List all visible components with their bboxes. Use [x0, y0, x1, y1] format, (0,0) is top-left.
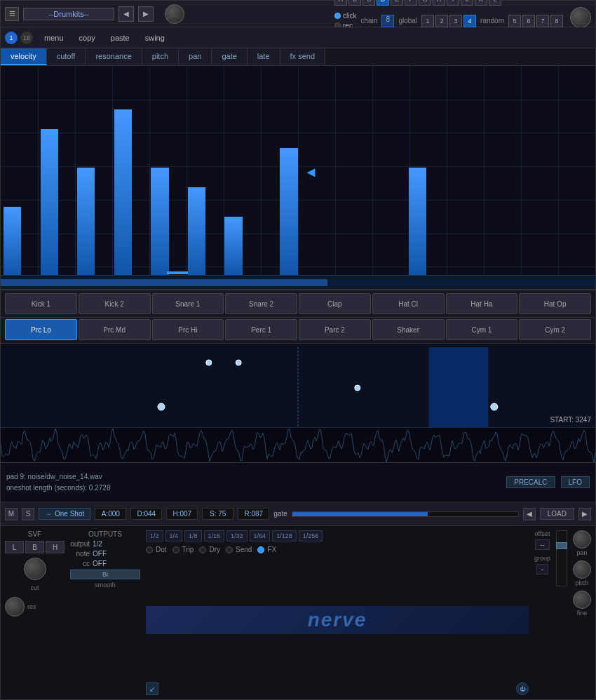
gate-slider[interactable] — [292, 511, 519, 517]
fold-button[interactable]: ↙ — [146, 682, 158, 695]
num-btn-2[interactable]: 2 — [435, 15, 448, 27]
num-btn-3[interactable]: 3 — [449, 15, 462, 27]
letter-btn-K[interactable]: K — [475, 0, 487, 6]
letter-btn-A[interactable]: A — [334, 0, 347, 6]
sustain-display[interactable]: S: 75 — [202, 508, 233, 520]
letter-btn-J[interactable]: J — [461, 0, 473, 6]
pad-hat-op[interactable]: Hat Op — [519, 293, 591, 314]
svf-low-btn[interactable]: L — [5, 541, 24, 553]
div-1-16[interactable]: 1/16 — [204, 530, 225, 541]
trip-radio[interactable] — [172, 546, 180, 553]
num-btn-4[interactable]: 4 — [463, 15, 476, 27]
pan-knob[interactable] — [573, 530, 591, 548]
precalc-button[interactable]: PRECALC — [506, 476, 555, 488]
main-knob[interactable] — [165, 4, 184, 24]
copy-button[interactable]: copy — [75, 32, 100, 43]
tab-cutoff[interactable]: cutoff — [47, 48, 86, 65]
drumkit-selector[interactable]: --Drumkits-- — [23, 8, 114, 20]
pad-snare2[interactable]: Snare 2 — [225, 293, 297, 314]
velocity-bar-10[interactable] — [188, 187, 205, 275]
velocity-bar-15[interactable] — [280, 148, 297, 275]
fine-knob[interactable] — [573, 591, 591, 609]
velocity-bar-12[interactable] — [224, 217, 242, 275]
click-radio[interactable] — [334, 13, 341, 19]
volume-knob[interactable] — [570, 7, 591, 28]
hamburger-icon[interactable]: ☰ — [5, 7, 19, 21]
velocity-bar-8[interactable] — [151, 168, 168, 275]
waveform-display[interactable]: START: 3247 — [1, 344, 595, 463]
pad-kick1[interactable]: Kick 1 — [5, 293, 77, 314]
pad-perc1[interactable]: Perc 1 — [225, 319, 297, 340]
letter-btn-F[interactable]: F — [405, 0, 417, 6]
mute-button[interactable]: M — [5, 508, 18, 520]
menu-button[interactable]: menu — [40, 32, 68, 43]
num-btn-1[interactable]: 1 — [421, 15, 434, 27]
tab-pitch[interactable]: pitch — [142, 48, 179, 65]
div-1-256[interactable]: 1/256 — [299, 530, 323, 541]
letter-btn-L[interactable]: L — [489, 0, 501, 6]
attack-display[interactable]: A:000 — [95, 508, 126, 520]
pad-parc2[interactable]: Parc 2 — [299, 319, 371, 340]
pad-hat-cl[interactable]: Hat Cl — [372, 293, 445, 314]
swing-button[interactable]: swing — [141, 32, 169, 43]
next-kit-button[interactable]: ▶ — [138, 6, 154, 22]
div-1-2[interactable]: 1/2 — [146, 530, 163, 541]
paste-button[interactable]: paste — [107, 32, 134, 43]
send-radio[interactable] — [226, 546, 233, 553]
pad-kick2[interactable]: Kick 2 — [79, 293, 151, 314]
num-btn-8[interactable]: 8 — [550, 15, 563, 27]
next-button[interactable]: ▶ — [578, 508, 591, 520]
tab-pan[interactable]: pan — [179, 48, 212, 65]
hold-display[interactable]: H:007 — [166, 508, 198, 520]
letter-btn-C[interactable]: C — [363, 0, 375, 6]
dot-radio[interactable] — [146, 546, 153, 553]
letter-btn-E[interactable]: E — [391, 0, 403, 6]
pad-hat-ha[interactable]: Hat Ha — [446, 293, 518, 314]
release-display[interactable]: R:087 — [238, 508, 269, 520]
load-button[interactable]: LOAD — [540, 508, 574, 520]
decay-display[interactable]: D:044 — [130, 508, 162, 520]
pad-clap[interactable]: Clap — [299, 293, 371, 314]
num-btn-6[interactable]: 6 — [522, 15, 535, 27]
div-1-8[interactable]: 1/8 — [184, 530, 202, 541]
pad-prc-lo[interactable]: Prc Lo — [5, 319, 77, 340]
pitch-knob[interactable] — [573, 560, 591, 579]
tab-fx-send[interactable]: fx send — [280, 48, 325, 65]
div-1-64[interactable]: 1/64 — [250, 530, 271, 541]
chain-value[interactable]: 8 — [381, 15, 394, 27]
tab-resonance[interactable]: resonance — [86, 48, 142, 65]
cut-knob[interactable] — [24, 558, 46, 580]
pad-prc-hi[interactable]: Prc Hi — [152, 319, 224, 340]
prev-button[interactable]: ◀ — [523, 508, 536, 520]
letter-btn-I[interactable]: I — [447, 0, 459, 6]
bi-button[interactable]: Bi — [70, 570, 140, 579]
res-knob[interactable] — [5, 597, 25, 617]
tab-gate[interactable]: gate — [212, 48, 247, 65]
letter-btn-D[interactable]: D — [377, 0, 389, 6]
step-end[interactable]: 16 — [20, 32, 33, 44]
oneshot-button[interactable]: → One Shot — [39, 508, 90, 520]
volume-fader[interactable] — [556, 530, 567, 586]
svf-band-btn[interactable]: B — [25, 541, 44, 553]
pad-snare1[interactable]: Snare 1 — [152, 293, 224, 314]
pad-cym2[interactable]: Cym 2 — [519, 319, 591, 340]
power-button[interactable]: ⏻ — [516, 682, 529, 695]
velocity-chart[interactable]: ◄ — [1, 66, 595, 290]
step-start[interactable]: 1 — [5, 32, 18, 44]
prev-kit-button[interactable]: ◀ — [118, 6, 134, 22]
svf-high-btn[interactable]: H — [46, 541, 65, 553]
div-1-128[interactable]: 1/128 — [272, 530, 297, 541]
lfo-button[interactable]: LFO — [561, 476, 590, 488]
velocity-bar-0[interactable] — [4, 207, 21, 275]
div-1-32[interactable]: 1/32 — [226, 530, 248, 541]
letter-btn-G[interactable]: G — [419, 0, 431, 6]
velocity-bar-2[interactable] — [41, 129, 58, 276]
div-1-4[interactable]: 1/4 — [165, 530, 183, 541]
pad-prc-md[interactable]: Prc Md — [79, 319, 151, 340]
pad-shaker[interactable]: Shaker — [372, 319, 445, 340]
dry-radio[interactable] — [199, 546, 206, 553]
tab-late[interactable]: late — [248, 48, 280, 65]
solo-button[interactable]: S — [22, 508, 34, 520]
velocity-bar-4[interactable] — [77, 168, 95, 275]
letter-btn-H[interactable]: H — [433, 0, 445, 6]
